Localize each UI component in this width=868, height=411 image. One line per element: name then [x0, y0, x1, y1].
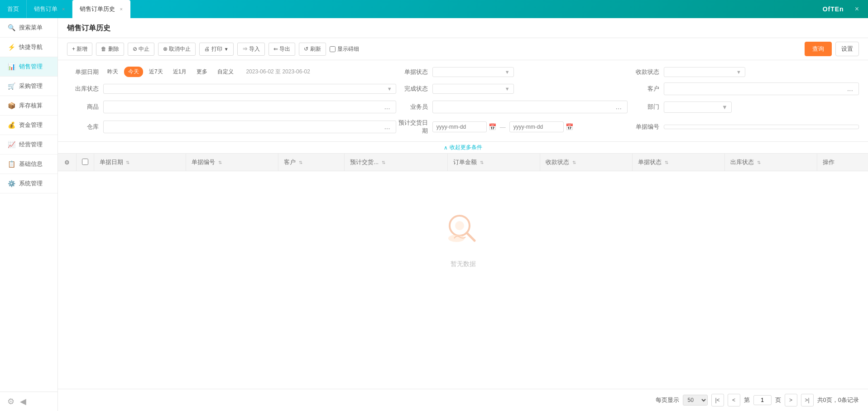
- query-button[interactable]: 查询: [805, 42, 832, 56]
- import-button[interactable]: ⇒ 导入: [237, 43, 265, 56]
- cancel-stop-button[interactable]: ⊗ 取消中止: [158, 43, 196, 56]
- date-btn-more[interactable]: 更多: [192, 67, 211, 77]
- new-button[interactable]: + 新增: [67, 43, 92, 56]
- salesperson-input[interactable]: ...: [432, 101, 628, 113]
- th-voucher-date-label: 单据日期: [100, 159, 123, 165]
- th-voucher-no[interactable]: 单据编号 ⇅: [186, 154, 278, 171]
- product-dots[interactable]: ...: [382, 103, 392, 111]
- collapse-bar[interactable]: ∧ 收起更多条件: [58, 142, 868, 154]
- outbound-status-select[interactable]: ▼: [103, 84, 396, 94]
- page-label-post: 页: [775, 396, 781, 404]
- th-voucher-date[interactable]: 单据日期 ⇅: [94, 154, 186, 171]
- svg-line-1: [467, 233, 475, 241]
- tab-home[interactable]: 首页: [0, 0, 27, 18]
- gear-icon[interactable]: ⚙: [64, 159, 70, 166]
- sidebar-item-system-label: 系统管理: [19, 179, 43, 188]
- sidebar-item-purchase-mgmt[interactable]: 🛒 采购管理: [0, 77, 58, 96]
- sidebar-item-purchase-mgmt-label: 采购管理: [19, 82, 43, 90]
- stop-button[interactable]: ⊘ 中止: [128, 43, 154, 56]
- voucher-status-select[interactable]: ▼: [432, 67, 514, 77]
- next-page-btn[interactable]: >: [785, 394, 797, 406]
- first-page-btn[interactable]: |<: [711, 394, 724, 406]
- delete-button[interactable]: 🗑 删除: [96, 43, 124, 56]
- delivery-date-start[interactable]: [432, 121, 487, 132]
- sidebar-item-operations[interactable]: 📈 经营管理: [0, 135, 58, 155]
- calendar-end-icon[interactable]: 📅: [566, 123, 573, 131]
- customer-input[interactable]: ...: [664, 82, 859, 95]
- sidebar-item-quick-nav[interactable]: ⚡ 快捷导航: [0, 38, 58, 57]
- date-separator: —: [498, 124, 508, 131]
- date-btn-today[interactable]: 今天: [124, 67, 143, 77]
- th-order-amount[interactable]: 订单金额 ⇅: [448, 154, 540, 171]
- setting-button[interactable]: 设置: [835, 42, 859, 56]
- page-number-input[interactable]: [753, 395, 772, 405]
- th-outbound-status[interactable]: 出库状态 ⇅: [725, 154, 817, 171]
- top-bar: 首页 销售订单 × 销售订单历史 × OfTEn ×: [0, 0, 868, 18]
- th-voucher-status-label: 单据状态: [638, 159, 662, 165]
- complete-status-label: 完成状态: [396, 85, 432, 93]
- tab-sales-order-history-close[interactable]: ×: [120, 6, 122, 12]
- sidebar-item-inventory[interactable]: 📦 库存核算: [0, 96, 58, 116]
- sort-voucher-date-icon: ⇅: [126, 160, 129, 165]
- voucher-status-label: 单据状态: [396, 68, 432, 76]
- last-page-btn[interactable]: >|: [801, 394, 814, 406]
- window-close-btn[interactable]: ×: [851, 5, 863, 13]
- sidebar-item-system[interactable]: ⚙️ 系统管理: [0, 174, 58, 193]
- th-checkbox[interactable]: [76, 154, 94, 171]
- department-arrow-icon: ▼: [722, 104, 728, 111]
- receipt-status-select[interactable]: ▼: [664, 67, 745, 77]
- print-button[interactable]: 🖨 打印 ▼: [199, 43, 233, 56]
- sidebar-item-basic-info[interactable]: 📋 基础信息: [0, 155, 58, 174]
- date-btn-1month[interactable]: 近1月: [169, 67, 191, 77]
- warehouse-dots[interactable]: ...: [382, 123, 392, 131]
- warehouse-input[interactable]: ...: [103, 121, 396, 133]
- total-text: 共0页，0条记录: [817, 396, 859, 404]
- export-button[interactable]: ⇐ 导出: [269, 43, 295, 56]
- empty-state: 暂无数据: [58, 171, 868, 305]
- voucher-date-value: 昨天 今天 近7天 近1月 更多 自定义 2023-06-02 至 2023-0…: [103, 67, 396, 77]
- calendar-start-icon[interactable]: 📅: [489, 123, 496, 131]
- sidebar-item-finance[interactable]: 💰 资金管理: [0, 116, 58, 135]
- display-detail-checkbox[interactable]: [330, 46, 336, 52]
- th-gear[interactable]: ⚙: [58, 154, 76, 171]
- page-size-select[interactable]: 20 50 100: [683, 395, 708, 406]
- table-area: ⚙ 单据日期 ⇅ 单据编号 ⇅: [58, 154, 868, 389]
- salesperson-dots[interactable]: ...: [614, 103, 623, 111]
- voucher-no-input[interactable]: [664, 125, 859, 129]
- th-outbound-status-label: 出库状态: [730, 159, 754, 165]
- sidebar-settings-icon[interactable]: ⚙: [7, 396, 14, 406]
- product-input[interactable]: ...: [103, 101, 396, 113]
- tab-sales-order-close[interactable]: ×: [62, 6, 65, 12]
- th-expected-delivery[interactable]: 预计交货... ⇅: [345, 154, 448, 171]
- th-receipt-status[interactable]: 收款状态 ⇅: [540, 154, 633, 171]
- th-voucher-status[interactable]: 单据状态 ⇅: [633, 154, 725, 171]
- filter-area: 单据日期 昨天 今天 近7天 近1月 更多 自定义 2023-06-02 至 2…: [58, 60, 868, 142]
- outbound-status-arrow-icon: ▼: [387, 86, 392, 92]
- date-btn-custom[interactable]: 自定义: [213, 67, 238, 77]
- sidebar-item-sales-mgmt[interactable]: 📊 销售管理: [0, 57, 58, 77]
- tab-sales-order-history[interactable]: 销售订单历史 ×: [72, 0, 130, 18]
- prev-page-btn[interactable]: <: [728, 394, 740, 406]
- complete-status-select[interactable]: ▼: [432, 84, 514, 94]
- delivery-date-end[interactable]: [509, 121, 564, 132]
- select-all-checkbox[interactable]: [82, 159, 88, 165]
- th-customer[interactable]: 客户 ⇅: [278, 154, 345, 171]
- department-select[interactable]: ▼: [664, 102, 732, 113]
- sort-expected-delivery-icon: ⇅: [382, 160, 385, 165]
- display-detail-label[interactable]: 显示碍细: [330, 45, 359, 53]
- delivery-date-value: 📅 — 📅: [432, 121, 628, 132]
- inventory-icon: 📦: [7, 102, 15, 110]
- date-btn-yesterday[interactable]: 昨天: [103, 67, 122, 77]
- receipt-status-arrow-icon: ▼: [736, 69, 741, 75]
- date-btn-7days[interactable]: 近7天: [145, 67, 167, 77]
- salesperson-value: ...: [432, 101, 628, 113]
- sidebar-item-search-menu[interactable]: 🔍 搜索菜单: [0, 18, 58, 38]
- svg-point-2: [455, 221, 464, 230]
- sidebar-collapse-icon[interactable]: ◀: [20, 396, 26, 406]
- page-size-label: 每页显示: [656, 396, 679, 404]
- tab-sales-order[interactable]: 销售订单 ×: [27, 0, 72, 18]
- voucher-status-arrow-icon: ▼: [505, 69, 510, 75]
- customer-dots[interactable]: ...: [845, 85, 855, 93]
- date-range-text: 2023-06-02 至 2023-06-02: [246, 68, 310, 76]
- refresh-button[interactable]: ↺ 刷新: [299, 43, 326, 56]
